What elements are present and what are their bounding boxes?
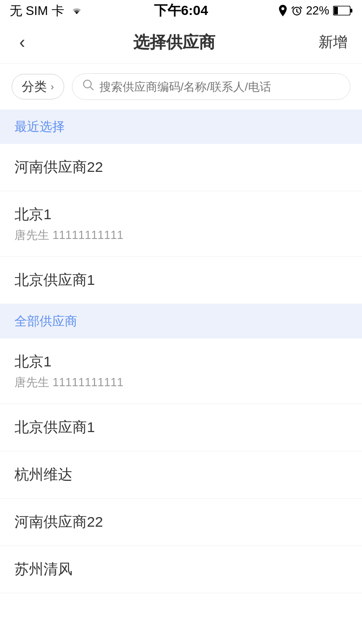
nav-bar: ‹ 选择供应商 新增	[0, 21, 362, 64]
item-name: 北京1	[14, 352, 348, 372]
svg-rect-3	[334, 7, 338, 14]
list-item[interactable]: 河南供应商22	[0, 144, 362, 191]
item-name: 河南供应商22	[14, 157, 348, 177]
status-time: 下午6:04	[154, 1, 208, 20]
recent-items-list: 河南供应商22 北京1 唐先生 11111111111 北京供应商1	[0, 144, 362, 304]
category-label: 分类	[22, 78, 47, 95]
item-sub: 唐先生 11111111111	[14, 227, 348, 243]
list-item[interactable]: 北京1 唐先生 11111111111	[0, 191, 362, 257]
item-sub: 唐先生 11111111111	[14, 375, 348, 390]
status-right: 22%	[278, 4, 352, 17]
status-left: 无 SIM 卡	[10, 2, 84, 19]
page-title: 选择供应商	[133, 31, 215, 54]
list-item[interactable]: 河南供应商22	[0, 499, 362, 546]
item-name: 杭州维达	[14, 465, 348, 485]
filter-bar: 分类 ›	[0, 64, 362, 110]
all-section-label: 全部供应商	[14, 314, 77, 328]
no-sim-text: 无 SIM 卡	[10, 2, 64, 19]
item-name: 北京1	[14, 205, 348, 224]
battery-icon	[333, 6, 352, 15]
location-icon	[278, 5, 288, 16]
item-name: 河南供应商22	[14, 512, 348, 532]
search-input[interactable]	[99, 80, 340, 94]
list-item[interactable]: 北京供应商1	[0, 404, 362, 451]
battery-text: 22%	[306, 4, 329, 17]
alarm-icon	[292, 5, 302, 16]
status-bar: 无 SIM 卡 下午6:04 22%	[0, 0, 362, 21]
item-name: 北京供应商1	[14, 418, 348, 437]
svg-rect-2	[350, 9, 352, 13]
recent-section-label: 最近选择	[14, 119, 65, 134]
chevron-right-icon: ›	[51, 81, 54, 92]
list-item[interactable]: 北京供应商1	[0, 257, 362, 304]
add-new-button[interactable]: 新增	[319, 32, 348, 52]
item-name: 苏州清风	[14, 560, 348, 579]
recent-section-header: 最近选择	[0, 110, 362, 144]
wifi-icon	[69, 5, 84, 16]
all-items-list: 北京1 唐先生 11111111111 北京供应商1 杭州维达 河南供应商22 …	[0, 338, 362, 593]
back-button[interactable]: ‹	[14, 28, 30, 57]
list-item[interactable]: 苏州清风	[0, 546, 362, 593]
item-name: 北京供应商1	[14, 270, 348, 290]
category-filter-button[interactable]: 分类 ›	[12, 74, 64, 99]
list-item[interactable]: 北京1 唐先生 11111111111	[0, 338, 362, 404]
all-section-header: 全部供应商	[0, 304, 362, 338]
search-box	[72, 73, 350, 100]
list-item[interactable]: 杭州维达	[0, 451, 362, 499]
search-icon	[82, 79, 95, 95]
